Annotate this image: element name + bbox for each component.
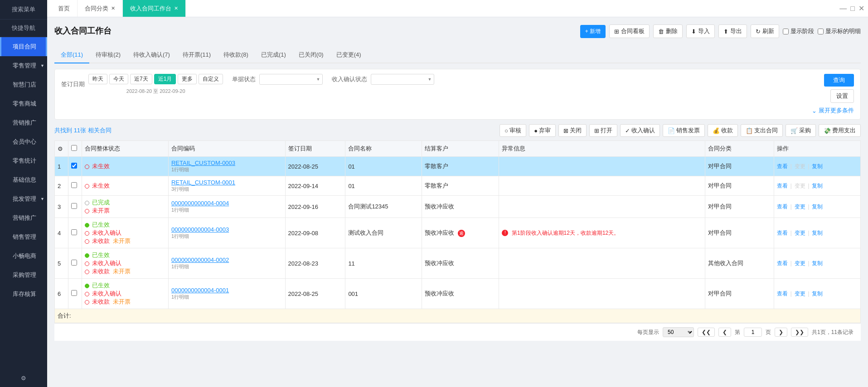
sidebar-item-retail-stats[interactable]: 零售统计 xyxy=(0,151,47,170)
tab-contract-category-close[interactable]: ✕ xyxy=(111,5,115,11)
tabbar-minimize-button[interactable]: — xyxy=(839,5,847,13)
subtab-closed[interactable]: 已关闭(0) xyxy=(292,47,330,63)
sidebar-item-sales-mgmt[interactable]: 销售管理 xyxy=(0,227,47,247)
sidebar-item-member-center[interactable]: 会员中心 xyxy=(0,132,47,151)
yesterday-btn[interactable]: 昨天 xyxy=(88,74,107,84)
contract-link[interactable]: RETAIL_CUSTOM-0001 xyxy=(171,179,282,186)
refresh-button[interactable]: ↻ 刷新 xyxy=(751,24,779,38)
select-all-checkbox[interactable] xyxy=(71,145,77,151)
subtab-pending-income-confirm[interactable]: 待收入确认(7) xyxy=(127,47,176,63)
contract-link[interactable]: 0000000000004-0002 xyxy=(171,256,282,263)
view-link[interactable]: 查看 xyxy=(777,203,788,210)
income-confirm-select[interactable] xyxy=(371,74,434,85)
subtab-all[interactable]: 全部(11) xyxy=(54,47,89,63)
tab-home[interactable]: 首页 xyxy=(51,0,78,17)
change-link[interactable]: 变更 xyxy=(795,183,805,189)
contract-link[interactable]: 0000000000004-0001 xyxy=(171,287,282,294)
data-table-container: ⚙ 合同整体状态 合同编码 签订日期 合同名称 结算客户 异常信息 合同分类 操… xyxy=(54,140,861,323)
view-link[interactable]: 查看 xyxy=(777,163,788,169)
sidebar-item-xiaochang-ecom[interactable]: 小畅电商 xyxy=(0,247,47,266)
subtab-completed[interactable]: 已完成(1) xyxy=(255,47,292,63)
open-contract-button[interactable]: ⊞ 打开 xyxy=(589,124,617,137)
expand-filter-button[interactable]: ⌄ 展开更多条件 xyxy=(812,106,854,115)
change-link[interactable]: 变更 xyxy=(795,290,805,297)
sidebar-item-basic-info[interactable]: 基础信息 xyxy=(0,170,47,189)
close-contract-button[interactable]: ⊠ 关闭 xyxy=(558,124,587,137)
sidebar-item-wholesale-mgmt[interactable]: 批发管理 xyxy=(0,189,47,208)
sales-invoice-button[interactable]: 📄 销售发票 xyxy=(663,124,705,137)
change-link[interactable]: 变更 xyxy=(795,260,805,266)
change-link[interactable]: 变更 xyxy=(795,203,805,210)
review-button[interactable]: ○ 审核 xyxy=(499,124,526,137)
expense-contract-button[interactable]: 📋 支出合同 xyxy=(741,124,783,137)
col-ops: 操作 xyxy=(774,141,860,157)
sidebar-shortcut[interactable]: 快捷导航 xyxy=(0,19,47,37)
sidebar-item-label: 零售管理 xyxy=(13,62,36,69)
view-link[interactable]: 查看 xyxy=(777,260,788,266)
today-btn[interactable]: 今天 xyxy=(109,74,128,84)
copy-link[interactable]: 复制 xyxy=(812,183,823,189)
sidebar-item-project-contract[interactable]: 项目合同 xyxy=(0,37,47,56)
receive-payment-button[interactable]: 💰 收款 xyxy=(708,124,738,137)
tab-contract-category[interactable]: 合同分类 ✕ xyxy=(78,0,123,17)
contract-link[interactable]: 0000000000004-0003 xyxy=(171,226,282,233)
subtab-pending-review[interactable]: 待审核(2) xyxy=(89,47,127,63)
subtab-pending-invoice[interactable]: 待开票(11) xyxy=(176,47,217,63)
export-button[interactable]: ⬆ 导出 xyxy=(718,24,747,38)
next-page-button[interactable]: ❯ xyxy=(775,328,787,337)
delete-button[interactable]: 🗑 删除 xyxy=(653,24,683,38)
tab-income-contract-close[interactable]: ✕ xyxy=(174,5,178,11)
sidebar-item-purchase-mgmt[interactable]: 采购管理 xyxy=(0,266,47,285)
expense-out-button[interactable]: 💸 费用支出 xyxy=(819,124,861,137)
copy-link[interactable]: 复制 xyxy=(812,203,823,210)
per-page-select[interactable]: 50 20 100 xyxy=(663,327,694,337)
custom-btn[interactable]: 自定义 xyxy=(199,74,223,84)
import-button[interactable]: ⬇ 导入 xyxy=(686,24,715,38)
tab-income-contract[interactable]: 收入合同工作台 ✕ xyxy=(123,0,186,17)
purchase-button[interactable]: 🛒 采购 xyxy=(786,124,816,137)
last1month-btn[interactable]: 近1月 xyxy=(154,74,176,84)
sidebar-search[interactable]: 搜索菜单 xyxy=(0,0,47,19)
page-input[interactable] xyxy=(744,328,762,337)
new-button[interactable]: + 新增 xyxy=(580,25,606,38)
filter-setting-button[interactable]: 设置 xyxy=(830,89,854,103)
tabbar-close-button[interactable]: ✕ xyxy=(858,4,864,13)
subtab-changed[interactable]: 已变更(4) xyxy=(330,47,368,63)
col-settings[interactable]: ⚙ xyxy=(55,141,68,157)
first-page-button[interactable]: ❮❮ xyxy=(698,328,715,337)
copy-link[interactable]: 复制 xyxy=(812,163,823,169)
show-detail-checkbox[interactable]: 显示标的明细 xyxy=(818,27,861,35)
income-confirm-button[interactable]: ✓ 收入确认 xyxy=(620,124,660,137)
contract-link[interactable]: RETAIL_CUSTOM-0003 xyxy=(171,160,282,166)
sidebar-item-retail-mall[interactable]: 零售商城 xyxy=(0,94,47,113)
kanban-button[interactable]: ⊞ 合同看板 xyxy=(609,24,650,38)
last-page-button[interactable]: ❯❯ xyxy=(791,328,808,337)
doc-status-select[interactable] xyxy=(259,74,323,85)
contract-link[interactable]: 0000000000004-0004 xyxy=(171,200,282,207)
view-link[interactable]: 查看 xyxy=(777,230,788,236)
sidebar-item-inventory-calc[interactable]: 库存核算 xyxy=(0,285,47,304)
copy-link[interactable]: 复制 xyxy=(812,290,823,297)
sidebar-item-smart-store[interactable]: 智慧门店 xyxy=(0,75,47,94)
copy-link[interactable]: 复制 xyxy=(812,260,823,266)
abandon-review-button[interactable]: ● 弃审 xyxy=(529,124,556,137)
show-fields-label: 显示阶段 xyxy=(790,27,814,35)
sidebar-item-retail-mgmt[interactable]: 零售管理 xyxy=(0,56,47,75)
change-link[interactable]: 变更 xyxy=(795,230,805,236)
table-total-row: 合计: xyxy=(55,309,861,323)
sidebar-item-marketing1[interactable]: 营销推广 xyxy=(0,113,47,132)
view-link[interactable]: 查看 xyxy=(777,183,788,189)
sidebar-settings-button[interactable]: ⚙ xyxy=(0,369,47,387)
subtab-pending-payment[interactable]: 待收款(8) xyxy=(217,47,255,63)
prev-page-button[interactable]: ❮ xyxy=(718,328,731,337)
row-exception xyxy=(499,248,705,279)
tabbar-maximize-button[interactable]: □ xyxy=(850,5,855,13)
more-btn[interactable]: 更多 xyxy=(178,74,197,84)
last7-btn[interactable]: 近7天 xyxy=(130,74,152,84)
view-link[interactable]: 查看 xyxy=(777,290,788,297)
show-fields-checkbox[interactable]: 显示阶段 xyxy=(783,27,814,35)
sidebar-item-marketing2[interactable]: 营销推广 xyxy=(0,208,47,227)
copy-link[interactable]: 复制 xyxy=(812,230,823,236)
change-link[interactable]: 变更 xyxy=(795,163,805,169)
query-button[interactable]: 查询 xyxy=(824,74,854,87)
